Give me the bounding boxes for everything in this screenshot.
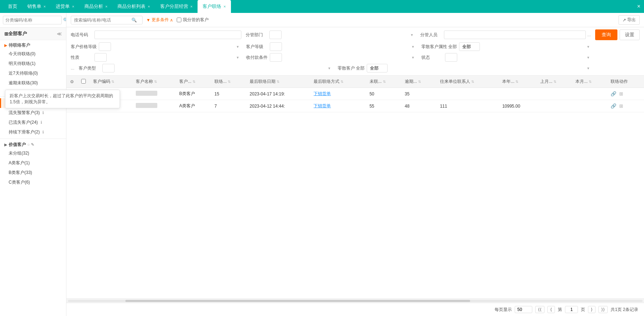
- phone-input[interactable]: [94, 30, 241, 39]
- sidebar-item-churned[interactable]: 已流失客户(24) ℹ: [0, 118, 66, 127]
- my-customers-checkbox-label[interactable]: 我分管的客户: [177, 17, 209, 23]
- row2-unlinked: 55: [366, 100, 401, 112]
- customer-level-select[interactable]: [270, 42, 282, 51]
- filter-row-4: ... 客户类型 零散客户 全部 全部: [71, 64, 640, 72]
- status-select[interactable]: [445, 53, 457, 62]
- setting-button[interactable]: 设置: [620, 29, 640, 40]
- filter-cell-customer-type: 客户类型: [79, 64, 333, 72]
- filter-more-dots[interactable]: ...: [71, 66, 74, 71]
- select-all-checkbox[interactable]: [81, 79, 86, 84]
- scrollbar-thumb[interactable]: [125, 300, 470, 302]
- nav-product-analysis-list[interactable]: 商品分析列表 ×: [112, 0, 155, 13]
- customer-type-select[interactable]: [102, 64, 115, 72]
- row1-contact-person: [436, 88, 499, 100]
- sort-contact-icon[interactable]: ⇅: [228, 80, 231, 84]
- row2-grid-icon[interactable]: ⊞: [619, 103, 623, 109]
- sidebar-item-churn-warning[interactable]: 流失预警客户(3) ℹ: [0, 108, 66, 118]
- all-customers-header[interactable]: ⊞ 全部客户 ≪: [0, 28, 66, 40]
- sort-code-icon[interactable]: ⇅: [111, 80, 114, 84]
- dept-select[interactable]: [269, 30, 282, 39]
- price-level-select[interactable]: [99, 42, 111, 51]
- export-button[interactable]: ↗ 导出: [618, 15, 640, 25]
- nav-customer-tier-close[interactable]: ×: [190, 4, 193, 9]
- total-label: 共1页 2条记录: [611, 307, 638, 313]
- per-page-select[interactable]: 50 100 200: [515, 306, 532, 313]
- sort-this-year-icon[interactable]: ⇅: [515, 80, 518, 84]
- table-col-this-month: 本月... ⇅: [572, 76, 607, 88]
- table-settings-col[interactable]: ⚙: [66, 76, 78, 88]
- sort-last-date-icon[interactable]: ⇅: [277, 80, 279, 84]
- row2-overdue: 48: [401, 100, 436, 112]
- sort-this-month-icon[interactable]: ⇅: [589, 80, 592, 84]
- nav-home[interactable]: 首页: [3, 0, 22, 13]
- search-input[interactable]: [74, 18, 131, 23]
- sort-last-method-icon[interactable]: ⇅: [340, 80, 343, 84]
- nav-product-analysis[interactable]: 商品分析 ×: [79, 0, 112, 13]
- nature-select[interactable]: [94, 53, 107, 62]
- nav-customer-tier[interactable]: 客户分层经营 ×: [155, 0, 198, 13]
- churn-warning-info-icon: ℹ: [42, 110, 44, 115]
- customer-type-label: 客户类型: [79, 65, 100, 71]
- sort-overdue-icon[interactable]: ⇅: [418, 80, 421, 84]
- sidebar-item-tomorrow[interactable]: 明天待联络(1): [0, 59, 66, 69]
- sort-unlinked-icon[interactable]: ⇅: [383, 80, 386, 84]
- page-last-button[interactable]: ⟩⟩: [598, 306, 608, 313]
- nav-customer-contact-close[interactable]: ×: [223, 4, 226, 9]
- sidebar-item-c-class[interactable]: C类客户(6): [0, 178, 66, 187]
- collapse-icon[interactable]: ≪: [57, 31, 62, 37]
- horizontal-scrollbar[interactable]: [66, 298, 644, 303]
- sort-contact-person-icon[interactable]: ⇅: [471, 80, 474, 84]
- sidebar-item-overdue[interactable]: 逾期未联络(30): [0, 78, 66, 88]
- nav-purchase[interactable]: 进货单 ×: [51, 0, 79, 13]
- sidebar-item-declining[interactable]: 持续下滑客户(2) ℹ: [0, 127, 66, 137]
- nav-sales-close[interactable]: ×: [43, 4, 46, 9]
- sidebar-item-a-class[interactable]: A类客户(1): [0, 158, 66, 168]
- page-number-input[interactable]: [565, 306, 578, 313]
- filter-cell-payment: 收付款条件: [246, 53, 417, 62]
- value-group-header[interactable]: ▶ 价值客户 ○ ✎: [0, 140, 66, 148]
- value-group-edit-icon[interactable]: ○ ✎: [27, 142, 34, 147]
- page-next-button[interactable]: ⟩: [588, 306, 596, 313]
- nav-purchase-close[interactable]: ×: [72, 4, 74, 9]
- sort-type-icon[interactable]: ⇅: [193, 80, 195, 84]
- table-col-this-year: 本年... ⇅: [499, 76, 537, 88]
- my-customers-checkbox[interactable]: [177, 18, 181, 22]
- manager-dots-icon[interactable]: ...: [587, 32, 591, 37]
- row1-link-icon[interactable]: 🔗: [611, 91, 616, 96]
- more-conditions-button[interactable]: ▼ 更多条件 ∧: [146, 17, 173, 23]
- retail-attr-select[interactable]: 全部: [459, 42, 480, 51]
- sidebar-item-b-class[interactable]: B类客户(33): [0, 168, 66, 178]
- row2-contact-count: 7: [211, 100, 246, 112]
- manager-label: 分管人员: [420, 32, 442, 38]
- filter-row-1: 电话号码 分管部门 分管人员 ... 查询: [71, 29, 640, 40]
- nav-sales[interactable]: 销售单 ×: [22, 0, 51, 13]
- sort-name-icon[interactable]: ⇅: [154, 80, 157, 84]
- sidebar-item-today[interactable]: 今天待联络(0): [0, 49, 66, 59]
- row2-last-method[interactable]: 下销货单: [310, 100, 366, 112]
- window-close-button[interactable]: ×: [637, 3, 640, 10]
- payment-select[interactable]: [270, 53, 282, 62]
- sidebar-search-input[interactable]: [3, 16, 62, 24]
- row2-link-icon[interactable]: 🔗: [611, 103, 616, 109]
- manager-input[interactable]: [444, 30, 586, 39]
- sidebar-item-unclassified[interactable]: 未分组(32): [0, 148, 66, 158]
- table-scroll[interactable]: ⚙ 客户编码 ⇅: [66, 76, 644, 298]
- page-prev-button[interactable]: ⟨: [547, 306, 555, 313]
- search-icon[interactable]: 🔍: [131, 18, 137, 23]
- query-button[interactable]: 查询: [595, 29, 617, 40]
- sidebar-search-icon[interactable]: 🔍: [63, 18, 66, 23]
- row1-last-method[interactable]: 下销货单: [310, 88, 366, 100]
- pending-group-triangle: ▶: [4, 43, 7, 47]
- pending-group-header[interactable]: ▶ 待联络客户: [0, 40, 66, 49]
- sidebar-item-7days[interactable]: 近7天待联络(0): [0, 69, 66, 78]
- nav-product-analysis-close[interactable]: ×: [105, 4, 107, 9]
- table-col-name: 客户名称 ⇅: [132, 76, 176, 88]
- nav-customer-contact[interactable]: 客户联络 ×: [198, 0, 231, 13]
- retail-customer-select[interactable]: 全部: [367, 64, 388, 72]
- filter-cell-status: 状态: [421, 53, 592, 62]
- page-first-button[interactable]: ⟨⟨: [535, 306, 545, 313]
- table-col-code: 客户编码 ⇅: [89, 76, 132, 88]
- nav-product-analysis-list-close[interactable]: ×: [148, 4, 150, 9]
- sort-last-month-icon[interactable]: ⇅: [553, 80, 556, 84]
- row1-grid-icon[interactable]: ⊞: [619, 91, 623, 96]
